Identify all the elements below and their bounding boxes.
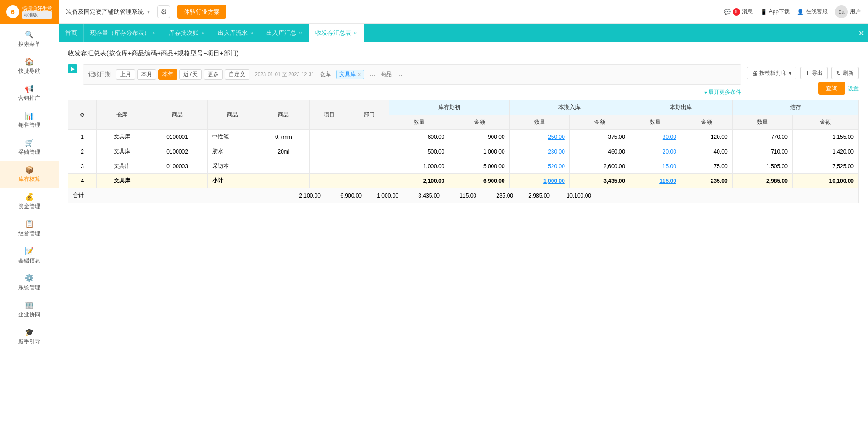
query-button[interactable]: 查询 (818, 82, 845, 95)
cell-name: 采访本 (207, 159, 258, 174)
table-footer: 合计 2,100.00 6,900.00 1,000.00 3,435.00 1… (68, 188, 859, 203)
date-btn-custom[interactable]: 自定义 (225, 69, 249, 80)
system-dropdown-icon[interactable]: ▾ (147, 9, 150, 15)
print-label: 按模板打印 (759, 69, 787, 77)
cell-balance-amt: 10,100.00 (792, 174, 858, 188)
cell-out-qty[interactable]: 15.00 (630, 159, 681, 174)
cell-balance-qty: 710.00 (732, 144, 792, 159)
expand-conditions-button[interactable]: ▾ 展开更多条件 (704, 88, 741, 96)
message-button[interactable]: 💬 6 消息 (724, 8, 753, 16)
th-period-out-group: 本期出库 (630, 100, 733, 115)
th-settings[interactable]: ⚙ (68, 100, 97, 130)
footer-label: 合计 (73, 192, 284, 199)
warehouse-filter-label: 仓库 (320, 71, 331, 78)
warehouse-filter-more[interactable]: ··· (370, 71, 375, 78)
tab-inventory-dist[interactable]: 现存量（库存分布表） × (84, 24, 162, 42)
cell-dept (349, 159, 389, 174)
sidebar-item-quick-nav[interactable]: 🏠 快捷导航 (0, 53, 59, 80)
table-row: 1文具库0100001中性笔0.7mm600.00900.00250.00375… (68, 130, 859, 144)
logo-icon: 6 (6, 5, 19, 18)
filter-collapse-button[interactable]: ▶ (68, 64, 77, 73)
sidebar-item-enterprise[interactable]: 🏢 企业协同 (0, 296, 59, 323)
date-buttons-group: 上月 本月 本年 近7天 更多 自定义 (116, 69, 249, 80)
warehouse-tag-remove[interactable]: × (358, 71, 361, 78)
close-all-tabs-icon[interactable]: ✕ (858, 29, 864, 38)
tab-inventory-dist-close[interactable]: × (153, 30, 155, 36)
sidebar-item-system[interactable]: ⚙️ 系统管理 (0, 269, 59, 296)
online-service-button[interactable]: 👤 在线客服 (797, 8, 828, 16)
tab-inout-flow-close[interactable]: × (250, 30, 253, 36)
export-label: 导出 (812, 69, 823, 77)
tab-inout-summary-close[interactable]: × (299, 30, 302, 36)
sidebar-item-operations[interactable]: 📋 经营管理 (0, 215, 59, 242)
warehouse-tag[interactable]: 文具库 × (336, 70, 364, 79)
date-btn-7days[interactable]: 近7天 (179, 69, 202, 80)
sidebar-item-basic-info[interactable]: 📝 基础信息 (0, 242, 59, 269)
topbar-settings-button[interactable]: ⚙ (157, 5, 170, 18)
page-container: 收发存汇总表(按仓库+商品编码+商品+规格型号+项目+部门) ▶ 记账日期 上月… (59, 42, 868, 423)
sidebar-item-guide-label: 新手引导 (18, 338, 40, 346)
cell-warehouse: 文具库 (97, 130, 147, 144)
th-opening-amt: 金额 (449, 115, 509, 130)
cell-warehouse: 文具库 (97, 174, 147, 188)
date-btn-this-year[interactable]: 本年 (158, 69, 177, 80)
online-label: 在线客服 (806, 8, 828, 16)
cell-out-qty[interactable]: 115.00 (630, 174, 681, 188)
data-table: ⚙ 仓库 商品 商品 商品 项目 部门 库存期初 本期入库 本期出库 结存 数量 (68, 100, 859, 188)
app-download-button[interactable]: 📱 App下载 (760, 8, 790, 16)
cell-out-qty[interactable]: 80.00 (630, 130, 681, 144)
cell-seq: 4 (68, 174, 97, 188)
print-template-button[interactable]: 🖨 按模板打印 ▾ (747, 67, 796, 79)
cell-seq: 1 (68, 130, 97, 144)
cell-balance-qty: 1,505.00 (732, 159, 792, 174)
cell-in-qty[interactable]: 520.00 (509, 159, 569, 174)
expand-label: 展开更多条件 (708, 88, 741, 96)
message-label: 消息 (742, 8, 753, 16)
cell-out-amt: 40.00 (681, 144, 732, 159)
th-name: 商品 (207, 100, 258, 130)
tab-inout-flow[interactable]: 出入库流水 × (211, 24, 260, 42)
cell-opening-qty: 1,000.00 (389, 159, 449, 174)
date-btn-last-month[interactable]: 上月 (116, 69, 135, 80)
table-row: 3文具库0100003采访本1,000.005,000.00520.002,60… (68, 159, 859, 174)
tab-batch-close[interactable]: × (201, 30, 204, 36)
refresh-button[interactable]: ↻ 刷新 (831, 67, 859, 79)
cell-in-qty[interactable]: 230.00 (509, 144, 569, 159)
sidebar-item-sales[interactable]: 📊 销售管理 (0, 107, 59, 134)
tab-inout-summary[interactable]: 出入库汇总 × (260, 24, 309, 42)
user-menu[interactable]: Ea 用户 (835, 5, 861, 18)
user-label: 用户 (850, 8, 861, 16)
th-code: 商品 (147, 100, 207, 130)
cell-opening-amt: 6,900.00 (449, 174, 509, 188)
cell-in-qty[interactable]: 250.00 (509, 130, 569, 144)
date-btn-more[interactable]: 更多 (204, 69, 223, 80)
trial-button[interactable]: 体验行业方案 (177, 5, 226, 19)
cell-spec (258, 174, 310, 188)
cell-out-qty[interactable]: 20.00 (630, 144, 681, 159)
cell-balance-amt: 7,525.00 (792, 159, 858, 174)
tab-home[interactable]: 首页 (59, 24, 84, 42)
sidebar-item-finance[interactable]: 💰 资金管理 (0, 188, 59, 215)
th-period-in-group: 本期入库 (509, 100, 630, 115)
cell-dept (349, 144, 389, 159)
sidebar-item-inventory[interactable]: 📦 库存核算 (0, 161, 59, 188)
cell-project (309, 174, 349, 188)
cell-name: 小计 (207, 174, 258, 188)
marketing-icon: 📢 (25, 84, 34, 93)
topbar-system: 装备及固定资产辅助管理系统 ▾ (66, 8, 150, 16)
footer-in-amt: 3,435.00 (398, 192, 440, 199)
cell-code (147, 174, 207, 188)
sidebar-item-purchase[interactable]: 🛒 采购管理 (0, 134, 59, 161)
tab-recv-send-close[interactable]: × (354, 30, 357, 36)
goods-filter-more[interactable]: ··· (397, 71, 403, 78)
sidebar-item-marketing[interactable]: 📢 营销推广 (0, 80, 59, 107)
settings-button[interactable]: 设置 (848, 82, 859, 95)
export-button[interactable]: ⬆ 导出 (800, 67, 828, 79)
sidebar-item-search[interactable]: 🔍 搜索菜单 (0, 26, 59, 53)
tab-recv-send[interactable]: 收发存汇总表 × (309, 24, 364, 42)
sales-icon: 📊 (25, 111, 34, 120)
cell-in-qty[interactable]: 1,000.00 (509, 174, 569, 188)
date-btn-this-month[interactable]: 本月 (137, 69, 156, 80)
sidebar-item-guide[interactable]: 🎓 新手引导 (0, 323, 59, 350)
tab-batch[interactable]: 库存批次账 × (162, 24, 211, 42)
